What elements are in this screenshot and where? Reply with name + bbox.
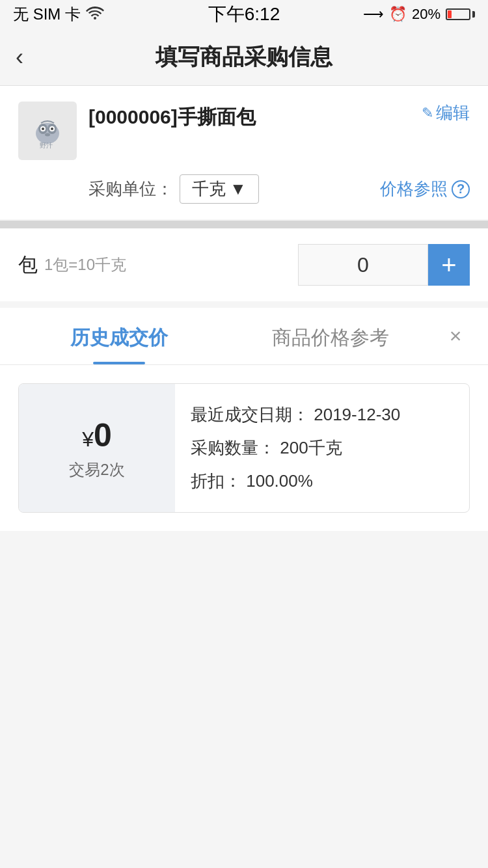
battery-percent: 20%: [412, 6, 441, 23]
svg-text:野汁: 野汁: [40, 142, 53, 149]
status-left: 无 SIM 卡: [13, 4, 104, 25]
price-reference-button[interactable]: 价格参照 ?: [380, 178, 470, 200]
status-time: 下午6:12: [208, 2, 280, 27]
tabs-header: 历史成交价 商品价格参考 ×: [0, 308, 488, 365]
quantity-input-wrap: +: [298, 244, 470, 286]
history-details-panel: 最近成交日期： 2019-12-30 采购数量： 200千克 折扣： 100.0…: [175, 384, 469, 512]
currency-symbol: ¥: [82, 427, 94, 451]
edit-button[interactable]: ✎ 编辑: [422, 102, 470, 124]
product-card: 野汁 [0000006]手撕面包 ✎ 编辑 采购单位： 千克 ▼ 价格参照 ?: [0, 86, 488, 219]
discount-label: 折扣：: [191, 471, 241, 491]
quantity-plus-button[interactable]: +: [428, 244, 470, 286]
location-icon: ⟶: [363, 6, 384, 23]
history-card: ¥0 交易2次 最近成交日期： 2019-12-30 采购数量： 200千克 折…: [18, 383, 470, 513]
tabs-panel: 历史成交价 商品价格参考 × ¥0 交易2次 最近成交日期： 2019-12-3…: [0, 308, 488, 531]
product-name: [0000006]手撕面包: [88, 102, 256, 131]
history-price-panel: ¥0 交易2次: [19, 384, 175, 512]
tab-price-reference[interactable]: 商品价格参考: [224, 308, 436, 364]
edit-icon: ✎: [422, 105, 433, 122]
header: ‹ 填写商品采购信息: [0, 29, 488, 86]
date-label: 最近成交日期：: [191, 405, 309, 424]
unit-dropdown[interactable]: 千克 ▼: [180, 174, 259, 204]
quantity-input[interactable]: [298, 244, 428, 286]
history-date-row: 最近成交日期： 2019-12-30: [191, 403, 454, 426]
unit-label: 采购单位：: [88, 178, 173, 200]
history-qty-row: 采购数量： 200千克: [191, 437, 454, 459]
history-trades-count: 交易2次: [69, 459, 124, 480]
quantity-sub-label: 1包=10千克: [44, 254, 126, 275]
quantity-unit-label: 包: [18, 252, 38, 278]
help-icon: ?: [452, 180, 470, 198]
svg-point-5: [42, 128, 44, 130]
main-background: [0, 531, 488, 868]
history-price-value: ¥0: [82, 416, 112, 454]
qty-label: 采购数量：: [191, 438, 275, 457]
battery-icon: [446, 8, 475, 20]
wifi-icon: [86, 5, 104, 23]
back-button[interactable]: ‹: [16, 44, 23, 71]
status-bar: 无 SIM 卡 下午6:12 ⟶ ⏰ 20%: [0, 0, 488, 29]
page-title: 填写商品采购信息: [156, 42, 332, 72]
date-value: 2019-12-30: [314, 405, 400, 424]
section-divider: [0, 221, 488, 228]
quantity-row: 包 1包=10千克 +: [0, 228, 488, 301]
sim-text: 无 SIM 卡: [13, 4, 81, 25]
status-right: ⟶ ⏰ 20%: [363, 6, 475, 23]
dropdown-arrow-icon: ▼: [230, 179, 247, 199]
history-content: ¥0 交易2次 最近成交日期： 2019-12-30 采购数量： 200千克 折…: [0, 365, 488, 531]
unit-row: 采购单位： 千克 ▼: [88, 174, 259, 204]
history-discount-row: 折扣： 100.00%: [191, 470, 454, 493]
tab-history-price[interactable]: 历史成交价: [13, 308, 224, 364]
discount-value: 100.00%: [246, 471, 313, 491]
qty-value: 200千克: [280, 438, 342, 457]
quantity-label-wrap: 包 1包=10千克: [18, 252, 126, 278]
product-thumbnail: 野汁: [18, 102, 77, 160]
svg-point-7: [45, 133, 50, 137]
svg-point-6: [51, 128, 53, 130]
alarm-icon: ⏰: [389, 6, 407, 23]
unit-value: 千克: [192, 178, 226, 200]
tab-close-button[interactable]: ×: [436, 317, 475, 356]
